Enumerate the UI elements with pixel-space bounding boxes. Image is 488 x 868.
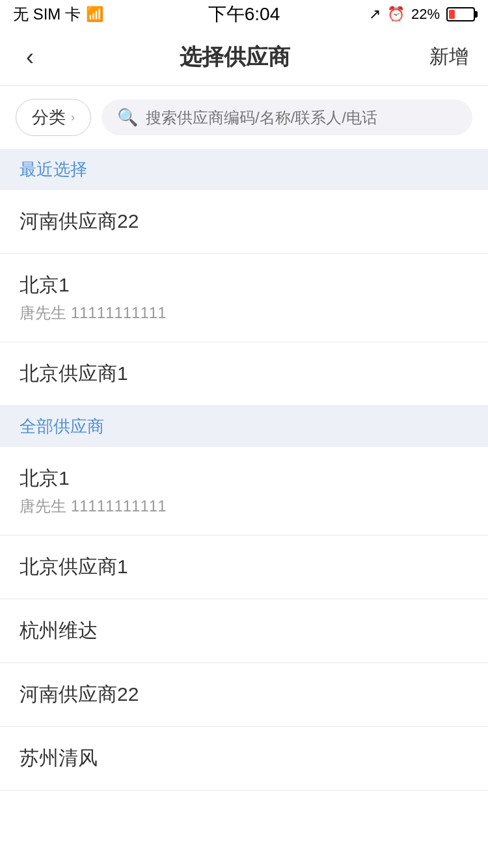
nav-bar: ‹ 选择供应商 新增 [0,29,488,86]
search-box: 🔍 [102,100,472,135]
recent-list-item[interactable]: 河南供应商22 [0,190,488,254]
recent-section-header: 最近选择 [0,149,488,190]
filter-bar: 分类 › 🔍 [0,86,488,149]
all-list-item[interactable]: 杭州维达 [0,599,488,663]
all-list-item[interactable]: 北京1唐先生 11111111111 [0,447,488,536]
all-list-item[interactable]: 北京供应商1 [0,536,488,599]
search-icon: 🔍 [117,107,138,128]
wifi-icon: 📶 [86,6,103,23]
recent-list-item[interactable]: 北京供应商1 [0,342,488,406]
item-name: 杭州维达 [20,617,468,644]
item-name: 河南供应商22 [20,208,468,235]
alarm-icon: ⏰ [387,6,405,23]
item-name: 北京供应商1 [20,360,468,387]
battery-fill [449,10,455,19]
recent-items-list: 河南供应商22北京1唐先生 11111111111北京供应商1 [0,190,488,406]
recent-section-title: 最近选择 [20,159,87,179]
page-title: 选择供应商 [180,42,290,72]
location-icon: ↗ [369,6,381,23]
recent-list-item[interactable]: 北京1唐先生 11111111111 [0,254,488,342]
no-sim-text: 无 SIM 卡 [13,4,81,25]
status-right: ↗ ⏰ 22% [369,6,475,23]
item-name: 北京1 [20,272,468,299]
item-name: 苏州清风 [20,745,468,772]
item-sub: 唐先生 11111111111 [20,496,468,517]
all-items-list: 北京1唐先生 11111111111北京供应商1杭州维达河南供应商22苏州清风 [0,447,488,791]
category-label: 分类 [32,106,66,129]
search-input[interactable] [146,109,457,127]
status-bar: 无 SIM 卡 📶 下午6:04 ↗ ⏰ 22% [0,0,488,29]
item-name: 北京1 [20,465,468,492]
all-list-item[interactable]: 苏州清风 [0,727,488,791]
add-button[interactable]: 新增 [429,44,468,70]
all-section-header: 全部供应商 [0,406,488,447]
battery-text: 22% [411,6,440,23]
category-button[interactable]: 分类 › [16,99,91,136]
status-time: 下午6:04 [208,2,280,27]
item-name: 河南供应商22 [20,681,468,708]
battery-icon [446,7,475,21]
all-section-title: 全部供应商 [20,416,104,436]
chevron-right-icon: › [71,111,75,124]
status-left: 无 SIM 卡 📶 [13,4,103,25]
back-button[interactable]: ‹ [20,37,40,77]
all-list-item[interactable]: 河南供应商22 [0,663,488,727]
item-name: 北京供应商1 [20,554,468,580]
item-sub: 唐先生 11111111111 [20,303,468,323]
